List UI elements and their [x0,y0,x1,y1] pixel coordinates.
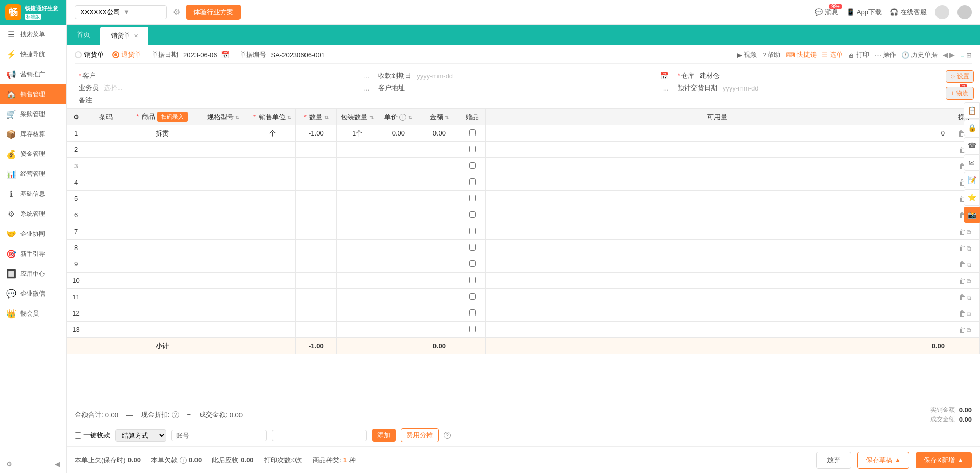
gift-checkbox[interactable] [469,244,476,251]
prev-arrow[interactable]: ◀ [943,51,948,59]
select-btn[interactable]: ☰ 选单 [822,50,843,59]
account-input[interactable] [171,430,267,441]
grid-view-icon[interactable]: ⊞ [966,51,972,59]
copy-icon[interactable]: ⧉ [967,294,971,301]
setting-btn[interactable]: ⊙ 设置 [946,70,974,83]
customer-input[interactable] [101,76,361,76]
row-spec[interactable] [198,125,249,142]
return-radio[interactable]: 退货单 [112,50,141,59]
sidebar-collapse-icon[interactable]: ◀ [55,460,60,468]
sidebar-item-wechat[interactable]: 💬 企业微信 [0,284,66,304]
sidebar-item-member[interactable]: 👑 畅会员 [0,304,66,324]
sidebar-item-search[interactable]: ☰ 搜索菜单 [0,25,66,44]
delete-icon[interactable]: 🗑 [959,228,966,236]
float-btn-3[interactable]: ☎ [964,137,980,153]
date-value[interactable]: 2023-06-06 [183,51,217,59]
tab-sales-order[interactable]: 销货单 ✕ [100,27,148,45]
gift-checkbox[interactable] [469,129,476,136]
sidebar-item-basic[interactable]: ℹ 基础信息 [0,184,66,204]
delete-icon[interactable]: 🗑 [959,244,966,252]
delete-icon[interactable]: 🗑 [959,260,966,268]
next-arrow[interactable]: ▶ [949,51,955,59]
payment-checkbox[interactable] [75,432,81,439]
row-product[interactable]: 拆贡 [126,125,198,142]
expected-date-input[interactable]: yyyy-mm-dd [723,84,956,92]
sidebar-item-finance[interactable]: 💰 资金管理 [0,144,66,164]
sidebar-item-apps[interactable]: 🔲 应用中心 [0,264,66,284]
discount-info-icon[interactable]: ? [172,411,179,418]
settings-gear-icon[interactable]: ⚙ [173,7,180,17]
price-info-icon[interactable]: i [399,114,406,121]
tab-home[interactable]: 首页 [67,25,100,45]
calc-method-select[interactable]: 结算方式 [115,429,166,442]
row-unit[interactable]: 个 [249,125,296,142]
row-amount[interactable]: 0.00 [419,125,460,142]
sales-radio[interactable]: 销货单 [75,50,104,59]
scan-btn[interactable]: 扫码录入 [157,112,188,122]
gift-checkbox[interactable] [469,277,476,283]
collection-date-input[interactable]: yyyy-mm-dd [417,72,657,80]
message-btn[interactable]: 💬 消息 99+ [815,8,838,17]
help-btn[interactable]: ? 帮助 [762,50,780,59]
history-btn[interactable]: 🕐 历史单据 [901,50,938,59]
app-download-btn[interactable]: 📱 App下载 [846,8,882,17]
gift-checkbox[interactable] [469,195,476,201]
sort-icon[interactable]: ⇅ [235,115,239,120]
copy-icon[interactable]: ⧉ [967,310,971,318]
collection-calendar-icon[interactable]: 📅 [660,72,669,80]
sidebar-item-system[interactable]: ⚙ 系统管理 [0,204,66,224]
gift-checkbox[interactable] [469,178,476,185]
sidebar-settings-icon[interactable]: ⚙ [6,460,12,468]
address-dots-icon[interactable]: ... [663,84,669,92]
delete-icon[interactable]: 🗑 [959,277,966,285]
row-qty[interactable]: -1.00 [296,125,337,142]
delete-icon[interactable]: 🗑 [959,293,966,301]
sidebar-item-shortcut[interactable]: ⚡ 快捷导航 [0,44,66,64]
amount-input[interactable] [272,430,367,441]
calendar-icon[interactable]: 📅 [221,51,229,59]
sidebar-item-inventory[interactable]: 📦 库存核算 [0,124,66,144]
sort-icon[interactable]: ⇅ [369,115,374,120]
online-support-btn[interactable]: 🎧 在线客服 [890,8,927,17]
one-click-payment-checkbox[interactable]: 一键收款 [75,431,110,440]
row-price[interactable]: 0.00 [378,125,419,142]
th-settings[interactable]: ⚙ [67,109,85,125]
add-btn[interactable]: 添加 [372,429,396,442]
sidebar-item-marketing[interactable]: 📢 营销推广 [0,64,66,84]
experience-btn[interactable]: 体验行业方案 [186,5,241,20]
sidebar-item-guide[interactable]: 🎯 新手引导 [0,244,66,264]
sidebar-item-purchase[interactable]: 🛒 采购管理 [0,104,66,124]
arrears-info-icon[interactable]: i [180,457,187,464]
sidebar-item-operation[interactable]: 📊 经营管理 [0,164,66,184]
delete-icon[interactable]: 🗑 [959,326,966,334]
shortcuts-btn[interactable]: ⌨ 快捷键 [786,50,817,59]
gift-checkbox[interactable] [469,260,476,267]
gift-checkbox[interactable] [469,228,476,234]
draft-btn[interactable]: 保存草稿 ▲ [857,452,910,469]
operations-btn[interactable]: ⋯ 操作 [875,50,896,59]
list-view-icon[interactable]: ≡ [960,51,964,59]
video-btn[interactable]: ▶ 视频 [737,50,757,59]
copy-icon[interactable]: ⧉ [967,245,971,252]
gift-checkbox[interactable] [469,326,476,332]
copy-icon[interactable]: ⧉ [967,261,971,268]
table-settings-icon[interactable]: ⚙ [73,113,79,121]
copy-icon[interactable]: ⧉ [967,278,971,285]
doc-num-value[interactable]: SA-20230606-001 [271,51,325,59]
float-btn-4[interactable]: ✉ [964,154,980,171]
gift-checkbox[interactable] [469,211,476,218]
row-gift[interactable] [460,125,485,142]
fee-info-icon[interactable]: ? [444,432,451,439]
row-pkg[interactable]: 1个 [337,125,378,142]
fee-split-btn[interactable]: 费用分摊 [401,428,439,442]
warehouse-value[interactable]: 建材仓 [700,71,959,80]
float-btn-1[interactable]: 📋 [964,102,980,119]
row-barcode[interactable] [85,125,126,142]
copy-icon[interactable]: ⧉ [967,327,971,334]
gift-checkbox[interactable] [469,146,476,152]
sidebar-item-corp[interactable]: 🤝 企业协同 [0,224,66,244]
delete-icon[interactable]: 🗑 [959,309,966,318]
sort-icon[interactable]: ⇅ [287,115,291,120]
gift-checkbox[interactable] [469,162,476,169]
customer-dots-icon[interactable]: ... [364,72,369,80]
